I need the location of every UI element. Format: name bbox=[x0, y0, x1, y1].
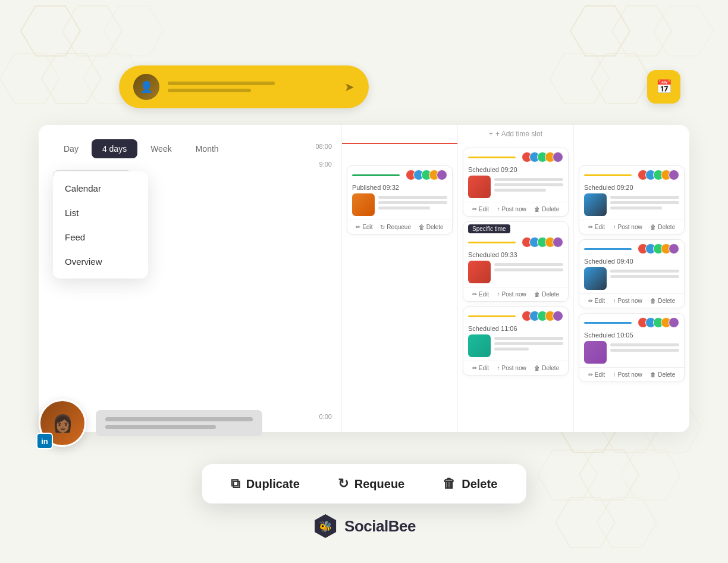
post-card-header bbox=[347, 166, 452, 184]
requeue-action[interactable]: ↻ Requeue bbox=[338, 476, 404, 492]
text-line-1 bbox=[378, 196, 447, 199]
duplicate-label: Duplicate bbox=[246, 477, 300, 491]
post-lines-3c bbox=[610, 341, 679, 352]
top-bar: 👤 ➤ 📅 bbox=[119, 65, 680, 108]
duplicate-action[interactable]: ⧉ Duplicate bbox=[231, 476, 300, 492]
post-img-row-2b bbox=[463, 261, 568, 287]
post-card-3a: Scheduled 09:20 ✏ Edit ↑ Post now 🗑 Dele… bbox=[579, 165, 685, 234]
svg-text:🐝: 🐝 bbox=[319, 520, 332, 533]
post-now-button-3c[interactable]: ↑ Post now bbox=[613, 371, 642, 378]
post-timestamp-1: Published 09:32 bbox=[347, 184, 452, 193]
post-actions-2c: ✏ Edit ↑ Post now 🗑 Delete bbox=[463, 361, 568, 375]
social-text-preview bbox=[96, 410, 262, 436]
post-now-button-3b[interactable]: ↑ Post now bbox=[613, 298, 642, 304]
dropdown-item-overview[interactable]: Overview bbox=[53, 249, 148, 274]
avatar-group-3b bbox=[638, 243, 679, 254]
social-text-line-2 bbox=[105, 425, 216, 429]
svg-marker-17 bbox=[556, 498, 615, 548]
svg-marker-16 bbox=[621, 450, 680, 500]
text-line-3 bbox=[378, 207, 430, 209]
delete-action[interactable]: 🗑 Delete bbox=[443, 476, 497, 492]
post-actions-2b: ✏ Edit ↑ Post now 🗑 Delete bbox=[463, 287, 568, 301]
search-bar[interactable]: 👤 ➤ bbox=[119, 65, 369, 108]
calendar-button[interactable]: 📅 bbox=[647, 70, 680, 104]
status-bar-2a bbox=[468, 157, 516, 158]
post-card-2a: Scheduled 09:20 ✏ Edit ↑ Post now 🗑 Dele… bbox=[463, 148, 569, 217]
edit-button-2b[interactable]: ✏ Edit bbox=[472, 291, 489, 298]
tab-month[interactable]: Month bbox=[185, 139, 230, 158]
delete-button-3b[interactable]: 🗑 Delete bbox=[650, 298, 675, 304]
status-bar-3b bbox=[584, 248, 632, 250]
avatar: 👤 bbox=[133, 74, 159, 100]
svg-marker-6 bbox=[570, 6, 630, 56]
post-header-2b bbox=[463, 233, 568, 251]
post-header-3a bbox=[579, 166, 684, 184]
search-lines bbox=[168, 82, 336, 92]
delete-button-2b[interactable]: 🗑 Delete bbox=[534, 291, 559, 298]
svg-marker-4 bbox=[42, 54, 101, 104]
avatar-group-3a bbox=[638, 170, 679, 180]
svg-marker-2 bbox=[104, 6, 164, 56]
status-bar-3c bbox=[584, 322, 632, 324]
schedule-col-2: + + Add time slot bbox=[458, 125, 574, 432]
add-time-slot[interactable]: + + Add time slot bbox=[489, 130, 542, 138]
status-bar-2c bbox=[468, 315, 516, 317]
delete-button-3a[interactable]: 🗑 Delete bbox=[650, 224, 675, 230]
post-actions-3b: ✏ Edit ↑ Post now 🗑 Delete bbox=[579, 293, 684, 308]
post-thumbnail-3c bbox=[584, 341, 607, 364]
edit-button-3b[interactable]: ✏ Edit bbox=[588, 298, 605, 304]
status-bar-3a bbox=[584, 174, 632, 176]
search-line-1 bbox=[168, 82, 275, 85]
svg-marker-0 bbox=[21, 6, 80, 56]
right-panels: Published 09:32 ✏ Edit ↻ Requeue 🗑 Delet… bbox=[342, 125, 689, 432]
svg-marker-1 bbox=[62, 6, 122, 56]
main-card: Day 4 days Week Month Calendar view ▾ Ca… bbox=[39, 125, 689, 432]
status-bar-2b bbox=[468, 242, 516, 243]
post-img-row-3c bbox=[579, 341, 684, 367]
specific-time-badge: Specific time bbox=[468, 224, 510, 233]
tab-day[interactable]: Day bbox=[53, 139, 89, 158]
search-line-2 bbox=[168, 89, 251, 92]
post-card-1: Published 09:32 ✏ Edit ↻ Requeue 🗑 Delet… bbox=[347, 165, 453, 234]
post-now-button-3a[interactable]: ↑ Post now bbox=[613, 224, 642, 230]
edit-button-2c[interactable]: ✏ Edit bbox=[472, 365, 489, 371]
post-thumbnail bbox=[352, 193, 375, 216]
post-img-row-3a bbox=[579, 193, 684, 220]
post-img-row-3b bbox=[579, 267, 684, 293]
post-now-button-2a[interactable]: ↑ Post now bbox=[497, 206, 526, 212]
left-panel: Day 4 days Week Month Calendar view ▾ Ca… bbox=[39, 125, 342, 432]
post-thumbnail-3b bbox=[584, 267, 607, 290]
post-timestamp-2c: Scheduled 11:06 bbox=[463, 325, 568, 334]
post-now-button-2c[interactable]: ↑ Post now bbox=[497, 365, 526, 371]
social-avatar-container: 👩🏾 in bbox=[39, 399, 86, 447]
edit-button-1[interactable]: ✏ Edit bbox=[356, 224, 372, 230]
calendar-icon: 📅 bbox=[656, 79, 672, 95]
edit-button-3a[interactable]: ✏ Edit bbox=[588, 224, 605, 230]
time-marker-0: 0:00 bbox=[319, 413, 332, 420]
tab-4days[interactable]: 4 days bbox=[92, 139, 137, 158]
social-text-line-1 bbox=[105, 417, 253, 421]
bottom-action-bar: ⧉ Duplicate ↻ Requeue 🗑 Delete bbox=[202, 464, 526, 503]
logo-icon-container: 🐝 bbox=[312, 513, 338, 539]
delete-button-3c[interactable]: 🗑 Delete bbox=[650, 371, 675, 378]
svg-marker-8 bbox=[654, 6, 713, 56]
dropdown-item-calendar[interactable]: Calendar bbox=[53, 176, 148, 201]
send-icon[interactable]: ➤ bbox=[344, 80, 354, 94]
post-now-button-2b[interactable]: ↑ Post now bbox=[497, 291, 526, 298]
edit-button-2a[interactable]: ✏ Edit bbox=[472, 206, 489, 212]
dropdown-item-list[interactable]: List bbox=[53, 201, 148, 225]
time-marker-8: 08:00 bbox=[315, 143, 332, 150]
delete-button-1[interactable]: 🗑 Delete bbox=[419, 224, 444, 230]
post-img-row-2c bbox=[463, 334, 568, 361]
svg-marker-15 bbox=[579, 450, 639, 500]
delete-button-2c[interactable]: 🗑 Delete bbox=[534, 365, 559, 371]
delete-button-2a[interactable]: 🗑 Delete bbox=[534, 206, 559, 212]
svg-marker-7 bbox=[612, 6, 671, 56]
dropdown-item-feed[interactable]: Feed bbox=[53, 225, 148, 249]
edit-button-3c[interactable]: ✏ Edit bbox=[588, 371, 605, 378]
requeue-button-1[interactable]: ↻ Requeue bbox=[380, 224, 411, 230]
tab-week[interactable]: Week bbox=[140, 139, 183, 158]
post-card-3b: Scheduled 09:40 ✏ Edit ↑ Post now 🗑 Dele… bbox=[579, 239, 685, 308]
page: 👤 ➤ 📅 Day 4 days Week Month Calend bbox=[0, 0, 728, 563]
view-tabs: Day 4 days Week Month bbox=[53, 139, 327, 158]
